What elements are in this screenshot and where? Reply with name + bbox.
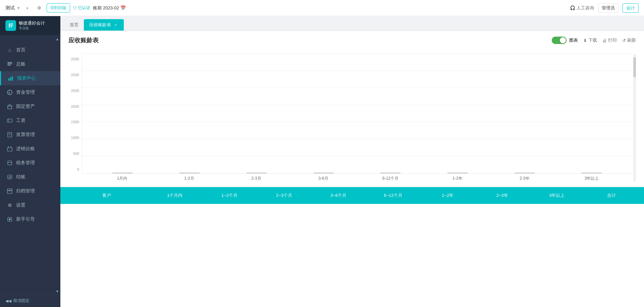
headset-icon: 🎧: [570, 5, 575, 10]
sidebar-item-tax[interactable]: 税务管理: [0, 156, 60, 170]
print-btn[interactable]: 🖨 打印: [602, 37, 617, 43]
download-btn[interactable]: ⬇ 下载: [583, 37, 597, 43]
y-label-2500b: 2500: [71, 73, 79, 77]
scroll-up-btn[interactable]: ▲: [56, 37, 59, 41]
y-label-2000: 2000: [71, 104, 79, 108]
sidebar: 好 畅捷通好会计 专业版 ▲ ⌂ 首页 总账: [0, 16, 60, 307]
sidebar-label-salary: 工资: [16, 118, 25, 124]
svg-rect-15: [8, 161, 12, 165]
x-label-2-3m: 2-3月: [246, 176, 266, 181]
tax-icon: [7, 160, 13, 166]
x-label-1-2m: 1-2月: [179, 176, 199, 181]
chart-scrollbar[interactable]: [633, 54, 636, 181]
sidebar-item-assets[interactable]: 固定资产: [0, 99, 60, 114]
sidebar-item-salary[interactable]: 工资: [0, 114, 60, 128]
svg-rect-1: [7, 63, 12, 64]
bar-1-2y: [447, 173, 468, 173]
sidebar-label-closing: 结账: [16, 174, 25, 180]
bar-group-3y-plus: [582, 173, 602, 173]
shield-icon: 🛡: [73, 6, 77, 10]
bar-3-6m: [314, 173, 334, 173]
y-label-2500c: 2500: [71, 89, 79, 93]
sidebar-item-closing[interactable]: 结账: [0, 170, 60, 184]
toggle-track[interactable]: [552, 37, 567, 44]
chart-grid-area: [82, 54, 632, 174]
sidebar-item-archive[interactable]: 归档管理: [0, 184, 60, 198]
th-6-12m: 6~12个月: [366, 187, 421, 204]
sidebar-item-ledger[interactable]: 总账: [0, 57, 60, 71]
sidebar-item-stock[interactable]: 进销台账: [0, 142, 60, 156]
svg-rect-19: [7, 190, 12, 193]
svg-rect-9: [7, 119, 12, 122]
home-icon: ⌂: [7, 47, 13, 53]
tab-home[interactable]: 首页: [64, 19, 84, 31]
topbar-right: 🎧 人工咨询 管理员 会计: [570, 3, 639, 13]
bar-group-3-6m: [314, 173, 334, 173]
chart-toggle[interactable]: 图表: [552, 37, 578, 44]
chart-body: 1月内 1-2月 2-3月 3-6月 6-12个月 1-2年 2-3年 3年以上: [82, 54, 632, 181]
sidebar-label-settings: 设置: [16, 202, 25, 208]
consult-btn[interactable]: 🎧 人工咨询: [570, 5, 594, 11]
sidebar-label-tax: 税务管理: [16, 160, 35, 166]
tab-close-btn[interactable]: ×: [113, 22, 118, 28]
sidebar-logo: 好 畅捷通好会计 专业版: [0, 16, 60, 35]
page-actions: 图表 ⬇ 下载 🖨 打印 ↺ 刷新: [552, 37, 636, 44]
certified-badge: 🛡 已认证: [73, 5, 90, 11]
settings-sidebar-icon: ⚙: [7, 202, 13, 208]
svg-rect-5: [12, 76, 13, 81]
settings-icon[interactable]: ⚙: [35, 3, 44, 13]
bar-group-1m: [112, 173, 132, 173]
table-header: 客户 1个月内 1~2个月 2~3个月 3~6个月 6~12个月 1~2年 2~…: [60, 187, 644, 204]
tab-aging[interactable]: 应收账龄表 ×: [84, 19, 124, 31]
sidebar-label-stock: 进销台账: [16, 146, 35, 152]
bar-group-1-2y: [447, 173, 468, 173]
reports-icon: [8, 75, 14, 81]
app-edition: 专业版: [19, 26, 45, 31]
chart-wrapper: 2500 2500 2500 2000 1500 1000 500 0: [68, 54, 636, 181]
sidebar-item-guide[interactable]: 新手引导: [0, 212, 60, 226]
scroll-down-btn[interactable]: ▼: [56, 290, 59, 293]
topbar: 测试 ▾ ＋ ⚙ 切到旧版 🛡 已认证 账期 2023-02 📅 🎧 人工咨询 …: [0, 0, 644, 16]
sidebar-label-guide: 新手引导: [16, 216, 35, 222]
sidebar-label-ledger: 总账: [16, 61, 25, 67]
x-label-1m: 1月内: [112, 176, 132, 181]
chart-scrollbar-thumb: [633, 57, 636, 77]
y-label-500: 500: [73, 151, 79, 156]
th-2-3m: 2~3个月: [257, 187, 311, 204]
workspace-dropdown-icon[interactable]: ▾: [17, 5, 20, 10]
svg-rect-14: [7, 148, 12, 151]
calendar-icon[interactable]: 📅: [120, 5, 126, 10]
page-inner: 应收账龄表 图表 ⬇ 下载 🖨: [60, 31, 644, 307]
page-content: 应收账龄表 图表 ⬇ 下载 🖨: [60, 31, 644, 307]
manager-btn[interactable]: 管理员: [598, 3, 619, 13]
sidebar-item-invoice[interactable]: 发票管理: [0, 128, 60, 142]
chart-y-axis: 2500 2500 2500 2000 1500 1000 500 0: [68, 54, 82, 181]
sidebar-item-funds[interactable]: ¥ 资金管理: [0, 85, 60, 99]
switch-version-btn[interactable]: 切到旧版: [47, 3, 70, 12]
cancel-pin-btn[interactable]: ◀◀ 取消固定: [0, 294, 60, 307]
sidebar-item-settings[interactable]: ⚙ 设置: [0, 198, 60, 212]
funds-icon: ¥: [7, 89, 13, 95]
sidebar-label-funds: 资金管理: [16, 89, 35, 95]
bar-2-3m: [247, 173, 267, 173]
sidebar-label-invoice: 发票管理: [16, 132, 35, 138]
y-label-2500a: 2500: [71, 57, 79, 61]
tab-home-label: 首页: [70, 22, 78, 28]
invoice-icon: [7, 132, 13, 138]
sidebar-item-home[interactable]: ⌂ 首页: [0, 43, 60, 57]
bar-2-3y: [515, 173, 535, 173]
add-workspace-btn[interactable]: ＋: [22, 3, 32, 13]
page-header: 应收账龄表 图表 ⬇ 下载 🖨: [60, 31, 644, 48]
bar-group-6-12m: [380, 173, 400, 173]
bar-group-2-3m: [247, 173, 267, 173]
accountant-btn[interactable]: 会计: [623, 3, 639, 13]
stock-icon: [7, 146, 13, 152]
refresh-btn[interactable]: ↺ 刷新: [622, 37, 636, 43]
y-label-1500: 1500: [71, 120, 79, 124]
tab-bar: 首页 应收账龄表 × ✕ ⤢: [60, 16, 644, 31]
bars-container: [82, 54, 632, 173]
sidebar-item-reports[interactable]: 报表中心: [0, 71, 60, 85]
logo-icon: 好: [5, 20, 16, 31]
topbar-left: 测试 ▾ ＋ ⚙ 切到旧版 🛡 已认证 账期 2023-02 📅: [5, 3, 570, 13]
assets-icon: [7, 103, 13, 109]
